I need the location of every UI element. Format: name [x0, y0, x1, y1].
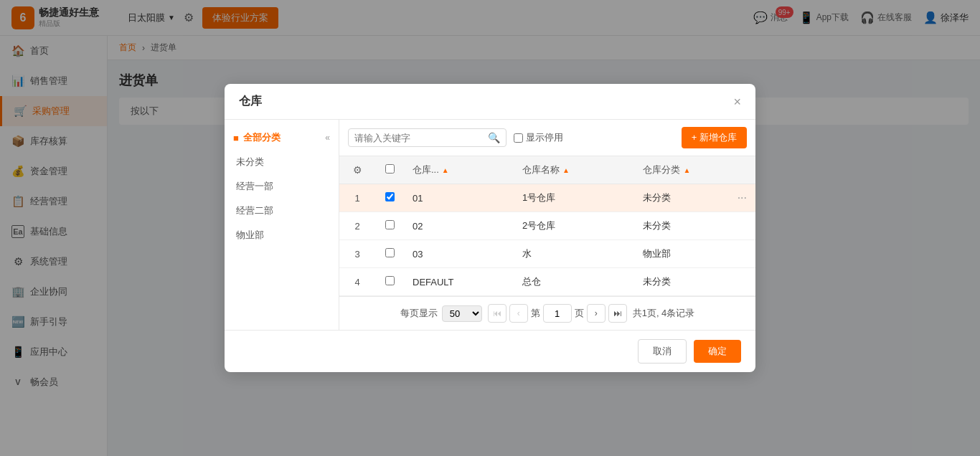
row-code-1: 01 [404, 184, 514, 212]
sort-icon-category: ▲ [683, 166, 690, 174]
page-total-info: 共1页, 4条记录 [633, 307, 695, 320]
th-name: 仓库名称 ▲ [514, 156, 635, 184]
row-num-2: 2 [339, 212, 375, 240]
th-gear: ⚙ [339, 156, 375, 184]
row-check-1 [375, 184, 404, 212]
confirm-button[interactable]: 确定 [694, 340, 741, 363]
th-code-label: 仓库... [413, 163, 439, 176]
modal-header: 仓库 × [225, 84, 755, 120]
page-last-btn[interactable]: ⏭ [608, 304, 627, 323]
per-page-label: 每页显示 [400, 307, 438, 320]
th-category: 仓库分类 ▲ [634, 156, 755, 184]
table-wrapper: ⚙ 仓库... ▲ 仓库名称 [339, 156, 755, 296]
modal-title: 仓库 [239, 94, 262, 109]
category-header: ■ 全部分类 « [225, 125, 339, 150]
row-more-btn[interactable]: ··· [738, 191, 747, 204]
category-item-dept2[interactable]: 经营二部 [225, 199, 339, 223]
row-checkbox-2[interactable] [385, 220, 395, 229]
select-all-checkbox[interactable] [385, 164, 395, 174]
content-toolbar: 🔍 显示停用 + 新增仓库 [339, 120, 755, 156]
th-name-label: 仓库名称 [522, 163, 560, 176]
th-check [375, 156, 404, 184]
category-item-uncategorized[interactable]: 未分类 [225, 150, 339, 174]
row-check-4 [375, 268, 404, 296]
row-name-4: 总仓 [514, 268, 635, 296]
category-all[interactable]: ■ 全部分类 [233, 131, 281, 144]
sort-icon-name: ▲ [562, 166, 570, 174]
page-nav: ⏮ ‹ 第 页 › ⏭ [488, 304, 627, 323]
warehouse-modal: 仓库 × ■ 全部分类 « 未分类 经营一部 经营二部 物业部 [225, 84, 755, 372]
category-panel: ■ 全部分类 « 未分类 经营一部 经营二部 物业部 [225, 120, 339, 330]
row-num-3: 3 [339, 240, 375, 268]
th-category-label: 仓库分类 [643, 163, 680, 176]
category-all-label: 全部分类 [243, 131, 281, 144]
add-warehouse-button[interactable]: + 新增仓库 [682, 127, 747, 148]
row-category-3: 物业部 [634, 240, 755, 267]
row-code-4: DEFAULT [404, 268, 514, 296]
row-name-3: 水 [514, 240, 635, 268]
show-disabled-text: 显示停用 [526, 131, 563, 144]
th-code: 仓库... ▲ [404, 156, 514, 184]
warehouse-table: ⚙ 仓库... ▲ 仓库名称 [339, 156, 755, 296]
table-row[interactable]: 4 DEFAULT 总仓 未分类 [339, 268, 755, 296]
row-category-4: 未分类 [634, 268, 755, 295]
table-row[interactable]: 3 03 水 物业部 [339, 240, 755, 268]
row-num-4: 4 [339, 268, 375, 296]
page-label: 第 [531, 307, 540, 320]
row-check-2 [375, 212, 404, 240]
modal-close-button[interactable]: × [733, 95, 741, 108]
modal-body: ■ 全部分类 « 未分类 经营一部 经营二部 物业部 🔍 [225, 120, 755, 330]
row-check-3 [375, 240, 404, 268]
show-disabled-checkbox[interactable] [514, 133, 523, 143]
cancel-button[interactable]: 取消 [638, 339, 687, 364]
row-category-1: 未分类 ··· [634, 184, 755, 212]
sort-icon-code: ▲ [442, 166, 449, 174]
row-checkbox-1[interactable] [385, 192, 395, 201]
show-disabled-label[interactable]: 显示停用 [514, 131, 563, 144]
row-name-1: 1号仓库 [514, 184, 635, 212]
search-input[interactable] [354, 133, 484, 143]
row-code-3: 03 [404, 240, 514, 268]
category-all-icon: ■ [233, 133, 239, 143]
search-icon[interactable]: 🔍 [488, 132, 500, 143]
category-item-property[interactable]: 物业部 [225, 223, 339, 247]
page-first-btn[interactable]: ⏮ [488, 304, 507, 323]
row-code-2: 02 [404, 212, 514, 240]
category-item-dept1[interactable]: 经营一部 [225, 174, 339, 199]
row-checkbox-3[interactable] [385, 248, 395, 257]
row-category-2: 未分类 [634, 212, 755, 239]
page-select: 每页显示 10 20 50 100 [400, 305, 482, 322]
row-name-2: 2号仓库 [514, 212, 635, 240]
page-prev-btn[interactable]: ‹ [509, 304, 528, 323]
page-next-btn[interactable]: › [587, 304, 606, 323]
modal-footer: 取消 确定 [225, 330, 755, 372]
page-unit: 页 [575, 307, 584, 320]
row-num-1: 1 [339, 184, 375, 212]
search-box: 🔍 [348, 128, 507, 147]
pagination: 每页显示 10 20 50 100 ⏮ ‹ 第 页 [339, 296, 755, 330]
page-input[interactable] [543, 304, 572, 323]
table-row[interactable]: 2 02 2号仓库 未分类 [339, 212, 755, 240]
row-checkbox-4[interactable] [385, 276, 395, 285]
per-page-select[interactable]: 10 20 50 100 [442, 305, 482, 322]
content-panel: 🔍 显示停用 + 新增仓库 [339, 120, 755, 330]
add-warehouse-label: + 新增仓库 [692, 131, 737, 144]
modal-overlay: 仓库 × ■ 全部分类 « 未分类 经营一部 经营二部 物业部 [0, 0, 980, 456]
table-header-row: ⚙ 仓库... ▲ 仓库名称 [339, 156, 755, 184]
category-collapse-btn[interactable]: « [325, 133, 330, 143]
table-row[interactable]: 1 01 1号仓库 未分类 ··· [339, 184, 755, 212]
